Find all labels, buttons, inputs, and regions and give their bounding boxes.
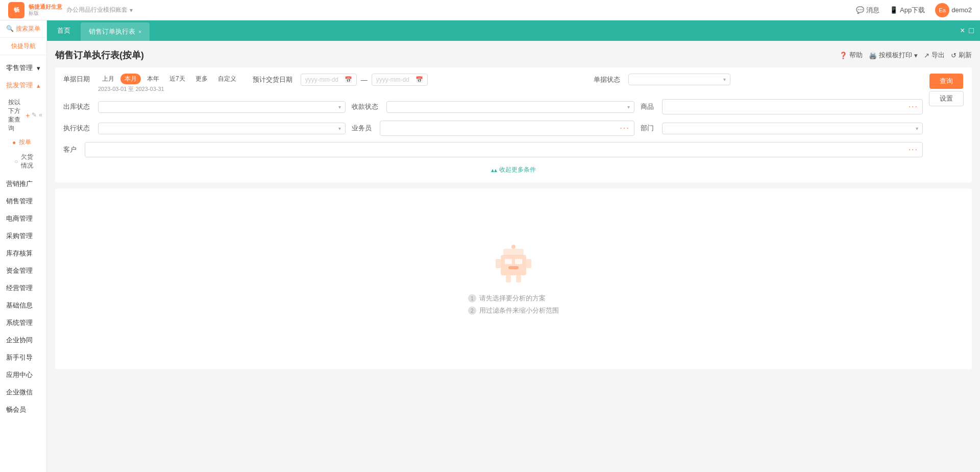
svg-rect-8 <box>503 249 524 256</box>
export-btn[interactable]: ↗ 导出 <box>924 51 945 60</box>
collapse-plan-btn[interactable]: « <box>39 111 42 120</box>
basic-label: 基础信息 <box>6 301 33 310</box>
empty-icon-svg <box>491 240 536 286</box>
sidebar-item-enterprise[interactable]: 企业协同 <box>0 332 46 349</box>
app-download-btn[interactable]: 📱 App下载 <box>890 6 925 15</box>
date-btn-this-month[interactable]: 本月 <box>120 74 141 84</box>
calendar-icon-end: 📅 <box>415 76 423 83</box>
edit-plan-btn[interactable]: ✎ <box>32 111 37 120</box>
status-select[interactable]: ▾ <box>628 74 730 85</box>
query-button[interactable]: 查询 <box>929 74 963 89</box>
svg-rect-5 <box>526 259 531 268</box>
plan-item-press[interactable]: ● 按单 <box>4 135 46 150</box>
sidebar-item-newbie[interactable]: 新手引导 <box>0 349 46 366</box>
top-bar-left: 畅 畅捷通好生意 标版 办公用品行业模拟账套 ▾ <box>8 2 133 18</box>
dept-select[interactable]: ▾ <box>662 123 923 134</box>
quick-nav[interactable]: 快捷导航 <box>0 38 46 55</box>
tab-bar: 首页 销售订单执行表 × × □ <box>47 20 980 41</box>
main-layout: 🔍 搜索菜单 快捷导航 零售管理 ▾ 批发管理 ▴ 按以下方案查询 <box>0 20 980 472</box>
tab-sales-order[interactable]: 销售订单执行表 × <box>81 22 150 41</box>
export-icon: ↗ <box>924 52 929 59</box>
add-plan-btn[interactable]: + <box>26 111 30 120</box>
sidebar-item-retail[interactable]: 零售管理 ▾ <box>0 59 46 77</box>
expected-date-group: 预计交货日期 yyyy-mm-dd 📅 — yyyy-mm-d <box>253 74 582 86</box>
date-btn-this-year[interactable]: 本年 <box>143 74 163 84</box>
plan-item-debt-label: 欠货情况 <box>21 153 36 170</box>
sidebar-item-system[interactable]: 系统管理 <box>0 314 46 332</box>
page-header: 销售订单执行表(按单) ❓ 帮助 🖨️ 按模板打印 ▾ ↗ <box>55 49 972 61</box>
date-btn-last-month[interactable]: 上月 <box>98 74 118 84</box>
user-menu[interactable]: Ea demo2 <box>935 3 972 17</box>
plan-actions: + ✎ « <box>26 111 42 120</box>
expected-date-end[interactable]: yyyy-mm-dd 📅 <box>372 74 428 86</box>
empty-tips: 1 请先选择要分析的方案 2 用过滤条件来缩小分析范围 <box>468 294 559 318</box>
date-separator: — <box>361 76 368 84</box>
sidebar-item-operation[interactable]: 经营管理 <box>0 279 46 297</box>
sidebar-item-ecommerce[interactable]: 电商管理 <box>0 210 46 227</box>
svg-rect-1 <box>505 259 512 264</box>
date-btn-more[interactable]: 更多 <box>191 74 212 84</box>
app-logo: 畅 <box>8 2 24 18</box>
window-maximize-icon[interactable]: □ <box>969 26 974 35</box>
print-btn[interactable]: 🖨️ 按模板打印 ▾ <box>869 51 918 60</box>
operation-label: 经营管理 <box>6 284 33 293</box>
window-close-icon[interactable]: × <box>960 26 965 35</box>
tab-home-label: 首页 <box>57 26 70 35</box>
sidebar-item-member[interactable]: 畅会员 <box>0 401 46 418</box>
plan-item-debt[interactable]: ○ 欠货情况 <box>4 150 46 173</box>
customer-input[interactable]: ··· <box>85 142 923 157</box>
exec-status-select[interactable]: ▾ <box>98 123 346 134</box>
out-status-select[interactable]: ▾ <box>98 101 346 113</box>
date-btn-custom[interactable]: 自定义 <box>214 74 240 84</box>
exec-status-label: 执行状态 <box>63 124 90 133</box>
empty-icon <box>491 240 536 286</box>
receipt-status-label: 收款状态 <box>352 102 378 111</box>
svg-rect-7 <box>516 275 521 282</box>
receipt-status-select[interactable]: ▾ <box>386 101 634 113</box>
sidebar-item-finance[interactable]: 资金管理 <box>0 262 46 279</box>
tab-home[interactable]: 首页 <box>47 20 81 41</box>
dept-label: 部门 <box>641 124 654 133</box>
print-label: 按模板打印 <box>879 51 912 60</box>
customer-label: 客户 <box>63 145 77 154</box>
expected-date-start[interactable]: yyyy-mm-dd 📅 <box>301 74 357 86</box>
sidebar-item-wechat[interactable]: 企业微信 <box>0 384 46 401</box>
date-quick-btns: 上月 本月 本年 近7天 更多 自定义 <box>98 74 240 84</box>
dept-dropdown-icon: ▾ <box>916 126 918 131</box>
help-btn[interactable]: ❓ 帮助 <box>839 51 863 60</box>
ecommerce-label: 电商管理 <box>6 214 33 223</box>
account-selector[interactable]: 办公用品行业模拟账套 ▾ <box>66 6 133 14</box>
sidebar-item-sales[interactable]: 销售管理 <box>0 193 46 210</box>
salesman-input[interactable]: ··· <box>380 121 634 136</box>
page-content: 销售订单执行表(按单) ❓ 帮助 🖨️ 按模板打印 ▾ ↗ <box>47 41 980 472</box>
print-icon: 🖨️ <box>869 52 877 59</box>
content-area: 首页 销售订单执行表 × × □ 销售订单执行表(按单) <box>47 20 980 472</box>
collapse-label: 收起更多条件 <box>499 166 536 174</box>
filter-row-4: 客户 ··· <box>63 142 923 157</box>
goods-input[interactable]: ··· <box>662 99 923 114</box>
filter-row-1: 单据日期 上月 本月 本年 近7天 更多 自定义 <box>63 74 923 93</box>
date-btn-7days[interactable]: 近7天 <box>165 74 189 84</box>
message-btn[interactable]: 💬 消息 <box>856 6 879 15</box>
tab-close-btn[interactable]: × <box>138 29 141 35</box>
sidebar-item-wholesale[interactable]: 批发管理 ▴ <box>0 77 46 94</box>
refresh-btn[interactable]: ↺ 刷新 <box>951 51 972 60</box>
sidebar-item-basic[interactable]: 基础信息 <box>0 297 46 314</box>
sidebar-item-apps[interactable]: 应用中心 <box>0 366 46 384</box>
sidebar-item-inventory[interactable]: 库存核算 <box>0 245 46 262</box>
top-bar-right: 💬 消息 📱 App下载 Ea demo2 <box>856 3 972 17</box>
user-name: demo2 <box>951 6 972 14</box>
page-title: 销售订单执行表(按单) <box>55 49 144 61</box>
collapse-arrow-icon: ▴▴ <box>491 167 497 174</box>
help-icon: ❓ <box>839 52 847 59</box>
tip-text-1: 请先选择要分析的方案 <box>479 294 546 303</box>
collapse-btn[interactable]: ▴▴ 收起更多条件 <box>63 163 964 176</box>
sidebar-item-marketing[interactable]: 营销推广 <box>0 175 46 193</box>
logo-text: 畅 <box>14 6 19 14</box>
sidebar-search[interactable]: 🔍 搜索菜单 <box>0 20 46 38</box>
sidebar-item-purchase[interactable]: 采购管理 <box>0 227 46 245</box>
tip-num-2: 2 <box>468 306 476 315</box>
settings-button[interactable]: 设置 <box>929 91 964 106</box>
svg-rect-0 <box>501 255 526 275</box>
svg-rect-4 <box>496 259 501 268</box>
